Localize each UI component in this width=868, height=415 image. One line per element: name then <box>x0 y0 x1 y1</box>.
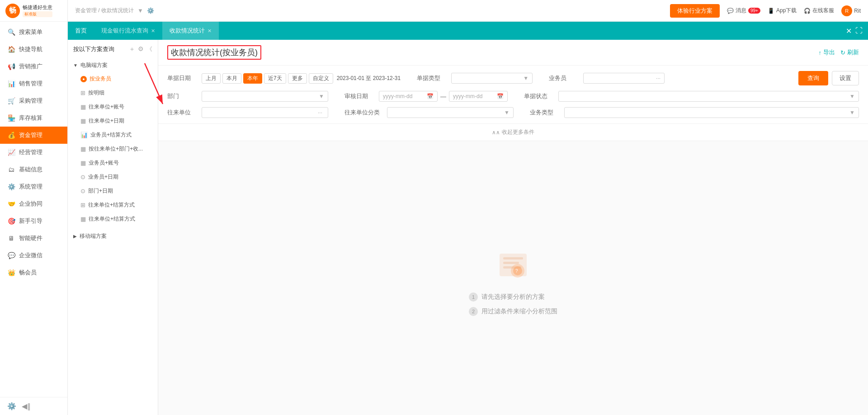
doc-type-label: 单据类型 <box>417 74 444 82</box>
sidebar-item-newbie[interactable]: 🎯 新手引导 <box>0 212 67 230</box>
refresh-btn[interactable]: ↻ 刷新 <box>840 48 859 57</box>
biz-type-select[interactable]: ▼ <box>564 107 859 118</box>
maximize-btn[interactable]: ⛶ <box>855 27 863 35</box>
message-btn[interactable]: 💬 消息 99+ <box>727 7 760 14</box>
scheme-by-detail[interactable]: ⊞ 按明细 <box>68 86 158 100</box>
scheme-salesperson-settlement[interactable]: 📊 业务员+结算方式 <box>68 128 158 142</box>
sidebar-item-search[interactable]: 🔍 搜索菜单 <box>0 24 67 41</box>
counterparty-label: 往来单位 <box>167 108 194 117</box>
scheme-by-salesperson[interactable]: ● 按业务员 <box>68 72 158 86</box>
scheme-dept-date[interactable]: ⊙ 部门+日期 <box>68 184 158 198</box>
date-this-year-btn[interactable]: 本年 <box>243 73 262 84</box>
scheme-salesperson-account[interactable]: ▦ 业务员+账号 <box>68 156 158 170</box>
left-panel: 按以下方案查询 ＋ ⚙ 《 ▼ 电脑端方案 ● 按业务员 ⊞ 按 <box>68 40 158 415</box>
scheme-counterparty-date[interactable]: ▦ 往来单位+日期 <box>68 114 158 128</box>
scheme-counterparty-settlement2[interactable]: ▦ 往来单位+结算方式 <box>68 212 158 226</box>
table-icon-3: ▦ <box>80 146 86 152</box>
table-icon-1: ▦ <box>80 104 86 110</box>
sidebar-item-operations[interactable]: 📈 经营管理 <box>0 144 67 161</box>
wechat-icon: 💬 <box>7 251 15 259</box>
scheme-settings-icon[interactable]: ⚙ <box>138 45 144 53</box>
sidebar-item-inventory[interactable]: 🏪 库存核算 <box>0 109 67 127</box>
collapse-filter-btn[interactable]: ∧∧ 收起更多条件 <box>492 128 534 136</box>
tab-close-bank[interactable]: ✕ <box>151 28 155 34</box>
scheme-counterparty-dept-collection[interactable]: ▦ 按往来单位+部门+收... <box>68 142 158 156</box>
doc-type-dropdown-arrow: ▼ <box>523 75 528 81</box>
desktop-section-title[interactable]: ▼ 电脑端方案 <box>68 59 158 72</box>
trial-btn[interactable]: 体验行业方案 <box>670 4 720 18</box>
online-service-btn[interactable]: 🎧 在线客服 <box>804 7 834 14</box>
tab-close-collection[interactable]: ✕ <box>208 28 212 34</box>
counterparty-cat-label: 往来单位分类 <box>344 108 380 117</box>
counterparty-more-icon[interactable]: ··· <box>316 109 324 116</box>
counterparty-cat-select[interactable]: ▼ <box>387 107 514 118</box>
scheme-counterparty-settlement1[interactable]: ⊞ 往来单位+结算方式 <box>68 198 158 212</box>
system-icon: ⚙️ <box>7 183 15 191</box>
audit-date-to[interactable]: yyyy-mm-dd 📅 <box>449 91 508 102</box>
scheme-counterparty-account[interactable]: ▦ 往来单位+账号 <box>68 100 158 114</box>
export-btn[interactable]: ↑ 导出 <box>819 48 835 57</box>
sidebar-item-basic[interactable]: 🗂 基础信息 <box>0 161 67 178</box>
date-last-month-btn[interactable]: 上月 <box>202 73 221 84</box>
sidebar-item-finance[interactable]: 💰 资金管理 <box>0 127 67 144</box>
counterparty-cat-arrow: ▼ <box>504 109 509 116</box>
hardware-icon: 🖥 <box>7 234 15 242</box>
topbar: 资金管理 / 收款情况统计 ▼ ⚙️ 体验行业方案 💬 消息 99+ 📱 App… <box>68 0 868 22</box>
sidebar-item-member[interactable]: 👑 畅会员 <box>0 264 67 281</box>
settings-icon[interactable]: ⚙️ <box>147 7 154 14</box>
counterparty-select[interactable]: ··· <box>202 107 328 118</box>
sidebar-item-sales[interactable]: 📊 销售管理 <box>0 75 67 92</box>
tab-home[interactable]: 首页 <box>68 22 94 40</box>
date-custom-btn[interactable]: 自定义 <box>309 73 333 84</box>
date-range-display: 2023-01-01 至 2023-12-31 <box>337 75 401 82</box>
doc-status-select[interactable]: ▼ <box>558 91 859 102</box>
tab-bank-flow[interactable]: 现金银行流水查询 ✕ <box>94 22 162 40</box>
sidebar-item-enterprise[interactable]: 🤝 企业协同 <box>0 195 67 212</box>
user-avatar[interactable]: R Rit <box>841 5 861 16</box>
filter-row-3: 往来单位 ··· 往来单位分类 ▼ 业务类型 ▼ <box>167 107 859 118</box>
basic-icon: 🗂 <box>7 165 15 174</box>
query-btn[interactable]: 查询 <box>798 71 828 85</box>
breadcrumb-dropdown-icon[interactable]: ▼ <box>137 7 143 14</box>
scheme-salesperson-date[interactable]: ⊙ 业务员+日期 <box>68 170 158 184</box>
sidebar-item-system[interactable]: ⚙️ 系统管理 <box>0 178 67 195</box>
add-scheme-icon[interactable]: ＋ <box>129 45 135 53</box>
expand-arrow: ▼ <box>73 63 78 68</box>
date-more-btn[interactable]: 更多 <box>288 73 307 84</box>
page-header: 收款情况统计(按业务员) ↑ 导出 ↻ 刷新 <box>158 40 868 66</box>
empty-text-container: 1 请先选择要分析的方案 2 用过滤条件来缩小分析范围 <box>469 292 557 316</box>
collapse-row: ∧∧ 收起更多条件 <box>158 124 868 141</box>
inventory-icon: 🏪 <box>7 114 15 122</box>
sales-icon: 📊 <box>7 80 15 88</box>
setting-btn[interactable]: 设置 <box>832 71 859 85</box>
collapse-sidebar-icon[interactable]: ◀‖ <box>22 402 31 410</box>
sidebar: 畅 畅捷通好生意 标准版 🔍 搜索菜单 🏠 快捷导航 📢 营销推广 📊 销售管理… <box>0 0 68 415</box>
app-download-btn[interactable]: 📱 App下载 <box>768 7 797 14</box>
sidebar-item-purchase[interactable]: 🛒 采购管理 <box>0 92 67 109</box>
dept-select[interactable]: ▼ <box>202 91 328 102</box>
content-area: 按以下方案查询 ＋ ⚙ 《 ▼ 电脑端方案 ● 按业务员 ⊞ 按 <box>68 40 868 415</box>
mobile-section-title[interactable]: ▶ 移动端方案 <box>68 230 158 243</box>
sidebar-item-marketing[interactable]: 📢 营销推广 <box>0 58 67 75</box>
sidebar-item-hardware[interactable]: 🖥 智能硬件 <box>0 230 67 247</box>
calendar-from-icon: 📅 <box>427 93 434 99</box>
empty-step-1: 1 请先选择要分析的方案 <box>469 292 557 302</box>
sidebar-item-wechat[interactable]: 💬 企业微信 <box>0 247 67 264</box>
settings-footer-icon[interactable]: ⚙️ <box>7 402 16 410</box>
close-all-tabs-btn[interactable]: ✕ <box>846 27 852 35</box>
salesperson-select[interactable]: ··· <box>583 73 665 84</box>
doc-type-select[interactable]: ▼ <box>451 73 533 84</box>
biz-type-arrow: ▼ <box>849 109 855 116</box>
svg-rect-1 <box>503 257 523 259</box>
collapse-panel-icon[interactable]: 《 <box>146 45 152 53</box>
date-label: 单据日期 <box>167 74 194 82</box>
date-this-month-btn[interactable]: 本月 <box>222 73 241 84</box>
sidebar-item-quicknav[interactable]: 🏠 快捷导航 <box>0 41 67 58</box>
logo-text: 畅捷通好生意 标准版 <box>23 4 52 18</box>
date-7days-btn[interactable]: 近7天 <box>264 73 286 84</box>
sidebar-footer: ⚙️ ◀‖ <box>0 397 67 415</box>
tab-collection-stats[interactable]: 收款情况统计 ✕ <box>162 22 219 40</box>
marketing-icon: 📢 <box>7 62 15 71</box>
audit-date-from[interactable]: yyyy-mm-dd 📅 <box>379 91 438 102</box>
service-icon: 🎧 <box>804 8 811 14</box>
